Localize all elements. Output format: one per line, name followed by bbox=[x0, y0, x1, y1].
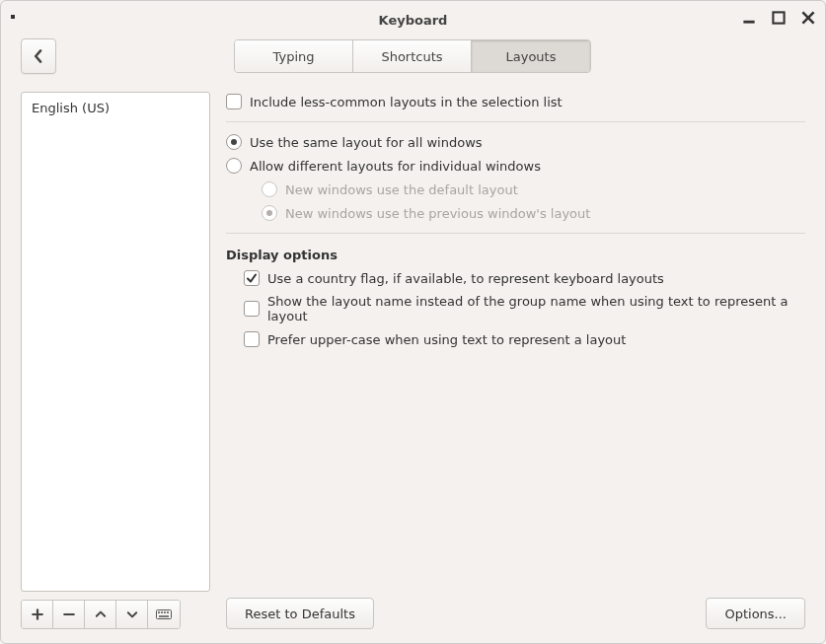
window-title: Keyboard bbox=[379, 13, 448, 28]
move-up-button[interactable] bbox=[85, 601, 116, 628]
layout-name-row: Show the layout name instead of the grou… bbox=[226, 292, 805, 325]
svg-rect-11 bbox=[167, 611, 169, 613]
svg-rect-7 bbox=[157, 610, 172, 619]
back-button[interactable] bbox=[21, 38, 56, 74]
remove-layout-button[interactable] bbox=[53, 601, 85, 628]
svg-rect-0 bbox=[743, 21, 754, 24]
content-area: English (US) bbox=[1, 84, 825, 643]
include-less-common-checkbox[interactable] bbox=[226, 94, 242, 109]
header-row: Typing Shortcuts Layouts bbox=[1, 38, 825, 84]
different-layout-row: Allow different layouts for individual w… bbox=[226, 156, 805, 176]
uppercase-row: Prefer upper-case when using text to rep… bbox=[226, 329, 805, 349]
tab-typing[interactable]: Typing bbox=[235, 40, 353, 72]
radio-dot-icon bbox=[231, 139, 237, 145]
tab-label: Shortcuts bbox=[381, 49, 442, 64]
close-icon[interactable] bbox=[801, 11, 815, 25]
same-layout-radio[interactable] bbox=[226, 134, 242, 150]
reset-defaults-button[interactable]: Reset to Defaults bbox=[226, 598, 374, 629]
svg-rect-12 bbox=[159, 615, 169, 617]
layout-list-column: English (US) bbox=[21, 92, 210, 629]
include-less-common-row: Include less-common layouts in the selec… bbox=[226, 92, 805, 111]
sub-default-label: New windows use the default layout bbox=[285, 182, 518, 197]
move-down-button[interactable] bbox=[116, 601, 148, 628]
layout-list-item[interactable]: English (US) bbox=[22, 97, 209, 119]
svg-rect-8 bbox=[158, 611, 160, 613]
minimize-icon[interactable] bbox=[742, 11, 756, 25]
move-down-icon bbox=[126, 608, 138, 620]
button-label: Options... bbox=[724, 607, 787, 621]
add-layout-button[interactable] bbox=[22, 601, 53, 628]
footer-row: Reset to Defaults Options... bbox=[226, 586, 805, 629]
settings-panel: Include less-common layouts in the selec… bbox=[226, 92, 805, 629]
svg-rect-9 bbox=[161, 611, 163, 613]
radio-dot-icon bbox=[266, 210, 272, 216]
layout-name-label: Show the layout name instead of the grou… bbox=[267, 294, 805, 323]
svg-rect-1 bbox=[773, 12, 784, 23]
layout-name-checkbox[interactable] bbox=[244, 301, 260, 317]
chevron-left-icon bbox=[32, 49, 45, 63]
layout-list[interactable]: English (US) bbox=[21, 92, 210, 592]
tab-layouts[interactable]: Layouts bbox=[472, 40, 590, 72]
keyboard-settings-window: Keyboard Typing Shortcuts Layouts Englis… bbox=[0, 0, 826, 644]
button-label: Reset to Defaults bbox=[245, 607, 355, 621]
tab-label: Layouts bbox=[506, 49, 557, 64]
same-layout-label: Use the same layout for all windows bbox=[250, 135, 483, 150]
flag-checkbox[interactable] bbox=[244, 270, 260, 286]
sub-previous-radio bbox=[262, 205, 277, 221]
check-icon bbox=[246, 272, 258, 284]
window-menu-icon[interactable] bbox=[11, 15, 15, 19]
layout-item-label: English (US) bbox=[32, 101, 110, 115]
uppercase-label: Prefer upper-case when using text to rep… bbox=[267, 332, 626, 347]
different-layout-label: Allow different layouts for individual w… bbox=[250, 159, 541, 174]
tab-label: Typing bbox=[273, 49, 315, 64]
svg-rect-10 bbox=[164, 611, 166, 613]
include-less-common-label: Include less-common layouts in the selec… bbox=[250, 95, 563, 109]
maximize-icon[interactable] bbox=[772, 11, 786, 25]
keyboard-preview-icon bbox=[156, 608, 172, 620]
flag-label: Use a country flag, if available, to rep… bbox=[267, 271, 664, 286]
uppercase-checkbox[interactable] bbox=[244, 331, 260, 347]
window-controls bbox=[742, 11, 815, 25]
options-button[interactable]: Options... bbox=[706, 598, 805, 629]
keyboard-preview-button[interactable] bbox=[148, 601, 180, 628]
display-options-title: Display options bbox=[226, 244, 805, 264]
titlebar: Keyboard bbox=[1, 1, 825, 38]
flag-row: Use a country flag, if available, to rep… bbox=[226, 268, 805, 288]
move-up-icon bbox=[95, 608, 107, 620]
add-icon bbox=[31, 608, 44, 621]
layout-list-toolbar bbox=[21, 600, 181, 629]
different-layout-radio[interactable] bbox=[226, 158, 242, 174]
same-layout-row: Use the same layout for all windows bbox=[226, 132, 805, 152]
sub-previous-row: New windows use the previous window's la… bbox=[226, 203, 805, 223]
divider bbox=[226, 121, 805, 122]
tabstrip: Typing Shortcuts Layouts bbox=[234, 39, 591, 73]
remove-icon bbox=[62, 608, 76, 621]
divider bbox=[226, 233, 805, 234]
sub-default-row: New windows use the default layout bbox=[226, 179, 805, 199]
tab-shortcuts[interactable]: Shortcuts bbox=[353, 40, 472, 72]
sub-previous-label: New windows use the previous window's la… bbox=[285, 206, 590, 221]
sub-default-radio bbox=[262, 181, 277, 197]
